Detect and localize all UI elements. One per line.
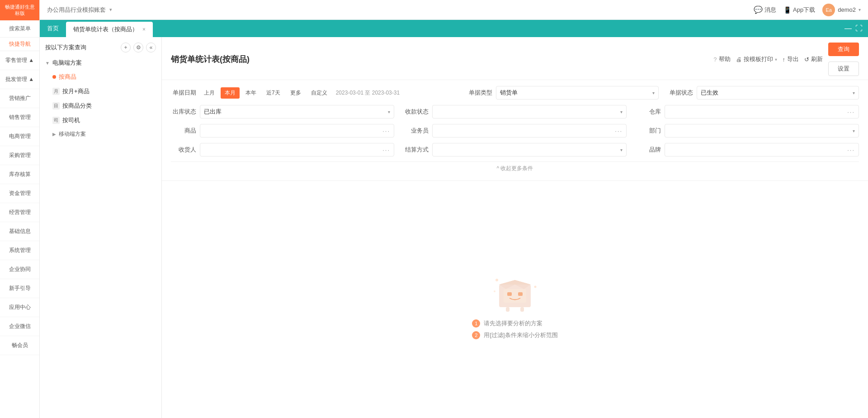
tab-active-label: 销货单统计表（按商品） bbox=[73, 25, 138, 33]
department-label: 部门 bbox=[636, 127, 661, 135]
page-title-bar: 销货单统计表(按商品) ? 帮助 🖨 按模板打印 ▾ ↑ 导出 bbox=[162, 37, 868, 80]
plan-by-driver[interactable]: 司 按司机 bbox=[40, 113, 161, 128]
collapse-bar[interactable]: ^ 收起更多条件 bbox=[171, 162, 859, 175]
tab-active[interactable]: 销货单统计表（按商品） × bbox=[66, 22, 153, 37]
tab-close-btn[interactable]: × bbox=[142, 26, 146, 33]
brand-input[interactable]: ··· bbox=[665, 143, 859, 157]
sidebar-item-guide[interactable]: 新手引导 bbox=[0, 279, 39, 298]
ecommerce-label: 电商管理 bbox=[2, 133, 38, 140]
driver-icon: 司 bbox=[52, 117, 60, 124]
add-plan-btn[interactable]: + bbox=[121, 43, 131, 52]
date-tab-thismonth[interactable]: 本月 bbox=[221, 87, 240, 99]
fullscreen-icon[interactable]: ⛶ bbox=[855, 24, 863, 33]
svg-rect-1 bbox=[504, 289, 526, 303]
panel-collapse-btn[interactable]: « bbox=[146, 43, 156, 52]
finance-label: 资金管理 bbox=[2, 190, 38, 197]
print-btn[interactable]: 🖨 按模板打印 ▾ bbox=[736, 55, 777, 63]
sidebar-item-sales[interactable]: 销售管理 bbox=[0, 108, 39, 127]
date-tab-custom[interactable]: 自定义 bbox=[307, 87, 331, 99]
industry-dropdown-arrow[interactable]: ▾ bbox=[109, 7, 112, 13]
settlement-select[interactable]: ▾ bbox=[432, 143, 627, 157]
salesman-input[interactable]: ··· bbox=[432, 124, 627, 138]
refresh-icon: ↺ bbox=[804, 56, 809, 63]
setting-btn[interactable]: 设置 bbox=[828, 62, 859, 76]
goods-input[interactable]: ··· bbox=[200, 124, 394, 138]
plan-by-month-goods[interactable]: 月 按月+商品 bbox=[40, 84, 161, 99]
app-logo[interactable]: 畅捷通好生意 标版 bbox=[0, 0, 39, 20]
plan-by-goods[interactable]: 按商品 bbox=[40, 70, 161, 84]
basic-label: 基础信息 bbox=[2, 228, 38, 235]
svg-point-5 bbox=[534, 286, 537, 288]
user-dropdown-arrow: ▾ bbox=[859, 7, 861, 12]
date-tab-lastmonth[interactable]: 上月 bbox=[200, 87, 219, 99]
sidebar-item-basic[interactable]: 基础信息 bbox=[0, 222, 39, 241]
sidebar-item-wholesale[interactable]: 批发管理 ▲ bbox=[0, 70, 39, 89]
date-tab-7days[interactable]: 近7天 bbox=[262, 87, 284, 99]
sidebar-item-purchase[interactable]: 采购管理 bbox=[0, 146, 39, 165]
warehouse-input[interactable]: ··· bbox=[665, 105, 859, 119]
query-btn[interactable]: 查询 bbox=[828, 43, 859, 56]
sidebar-item-ecommerce[interactable]: 电商管理 bbox=[0, 127, 39, 146]
action-btns: 查询 设置 bbox=[828, 43, 859, 76]
warehouse-status-select[interactable]: 已出库 ▾ bbox=[200, 105, 394, 119]
sales-label: 销售管理 bbox=[2, 114, 38, 121]
app-download-btn[interactable]: 📱 App下载 bbox=[783, 6, 815, 14]
mobile-plan-group: ▶ 移动端方案 bbox=[40, 128, 161, 141]
department-field: 部门 ▾ bbox=[636, 124, 859, 138]
message-btn[interactable]: 💬 消息 bbox=[754, 5, 776, 14]
salesman-field: 业务员 ··· bbox=[403, 124, 627, 138]
date-tab-thisyear[interactable]: 本年 bbox=[241, 87, 260, 99]
filter-row-4: 收货人 ··· 结算方式 ▾ bbox=[171, 142, 859, 157]
plan-by-category[interactable]: 目 按商品分类 bbox=[40, 99, 161, 113]
desktop-plan-group: ▼ 电脑端方案 按商品 月 按月+商品 目 按商品分类 司 按司机 bbox=[40, 56, 161, 128]
sidebar-item-enterprise[interactable]: 企业协同 bbox=[0, 260, 39, 279]
doc-status-field: 单据状态 已生效 ▾ bbox=[668, 86, 859, 100]
close-window-icon[interactable]: — bbox=[844, 24, 852, 33]
enterprise-label: 企业协同 bbox=[2, 266, 38, 273]
svg-rect-3 bbox=[518, 292, 523, 296]
top-header-left: 办公用品行业模拟账套 ▾ bbox=[47, 6, 112, 14]
sidebar-item-wxenterprise[interactable]: 企业微信 bbox=[0, 317, 39, 336]
filter-row-2: 出库状态 已出库 ▾ 收款状态 ▾ bbox=[171, 104, 859, 119]
guide-label: 新手引导 bbox=[2, 285, 38, 292]
sidebar-item-system[interactable]: 系统管理 bbox=[0, 241, 39, 260]
sidebar-item-operations[interactable]: 经营管理 bbox=[0, 203, 39, 222]
print-dropdown-arrow: ▾ bbox=[775, 57, 777, 62]
avatar: Ea bbox=[822, 4, 835, 16]
doc-status-select[interactable]: 已生效 ▾ bbox=[697, 86, 859, 100]
search-menu[interactable]: 搜索菜单 bbox=[0, 20, 39, 38]
plan-settings-btn[interactable]: ⚙ bbox=[133, 43, 143, 52]
export-btn[interactable]: ↑ 导出 bbox=[783, 55, 799, 63]
sidebar-item-member[interactable]: 畅会员 bbox=[0, 336, 39, 355]
warehouse-label: 仓库 bbox=[636, 108, 661, 116]
sidebar-item-retail[interactable]: 零售管理 ▲ bbox=[0, 51, 39, 70]
doc-type-field: 单据类型 销货单 ▾ bbox=[467, 86, 658, 100]
help-btn[interactable]: ? 帮助 bbox=[713, 55, 730, 63]
date-label: 单据日期 bbox=[171, 89, 196, 97]
mobile-group-toggle[interactable]: ▶ 移动端方案 bbox=[40, 128, 161, 141]
page-content: 按以下方案查询 + ⚙ « ▼ 电脑端方案 按商品 月 按月+ bbox=[40, 37, 868, 418]
date-tab-more[interactable]: 更多 bbox=[286, 87, 305, 99]
department-select[interactable]: ▾ bbox=[665, 124, 859, 138]
chat-icon: 💬 bbox=[754, 5, 763, 14]
empty-tip-2: 2 用[过滤]条件来缩小分析范围 bbox=[472, 331, 557, 339]
doc-type-select[interactable]: 销货单 ▾ bbox=[496, 86, 658, 100]
sidebar-item-appcenter[interactable]: 应用中心 bbox=[0, 298, 39, 317]
doc-status-label: 单据状态 bbox=[668, 89, 693, 97]
date-filter-field: 单据日期 上月 本月 本年 近7天 更多 自定义 2023-03-01 至 20… bbox=[171, 86, 458, 100]
industry-label: 办公用品行业模拟账套 bbox=[47, 6, 106, 14]
tab-home[interactable]: 首页 bbox=[40, 20, 66, 37]
sidebar-item-marketing[interactable]: 营销推广 bbox=[0, 89, 39, 108]
receiver-input[interactable]: ··· bbox=[200, 143, 394, 157]
inventory-label: 库存核算 bbox=[2, 171, 38, 178]
desktop-group-toggle[interactable]: ▼ 电脑端方案 bbox=[40, 56, 161, 70]
payment-status-select[interactable]: ▾ bbox=[432, 105, 627, 119]
date-filter: 上月 本月 本年 近7天 更多 自定义 2023-03-01 至 2023-03… bbox=[200, 87, 458, 99]
refresh-btn[interactable]: ↺ 刷新 bbox=[804, 55, 823, 63]
sidebar-item-inventory[interactable]: 库存核算 bbox=[0, 165, 39, 184]
settlement-field: 结算方式 ▾ bbox=[403, 142, 627, 157]
quick-nav[interactable]: 快捷导航 bbox=[0, 38, 39, 51]
sidebar-item-finance[interactable]: 资金管理 bbox=[0, 184, 39, 203]
doc-type-label: 单据类型 bbox=[467, 89, 492, 97]
user-menu[interactable]: Ea demo2 ▾ bbox=[822, 4, 861, 16]
